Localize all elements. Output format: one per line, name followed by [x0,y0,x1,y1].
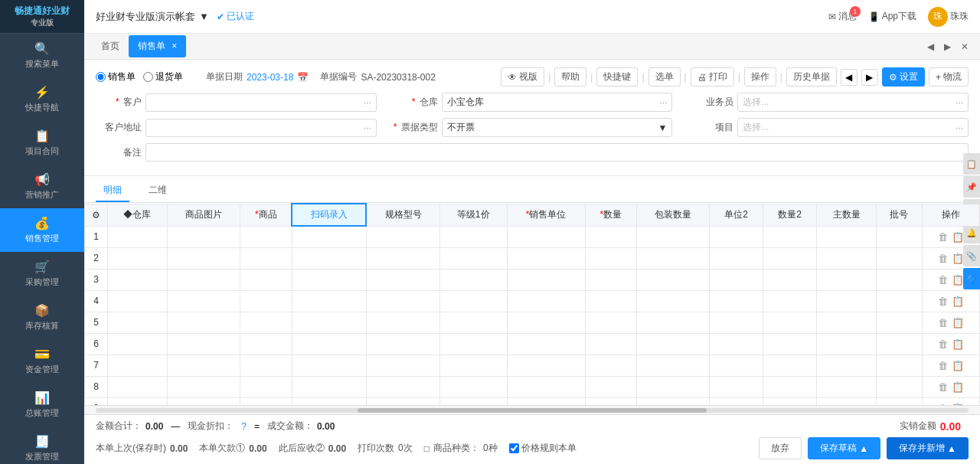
row-8-actions: 🗑📋 [929,381,973,393]
sidebar-item-sales[interactable]: 💰 销售管理 [0,208,84,252]
tab-detail[interactable]: 明细 [96,180,129,202]
app-download-button[interactable]: 📱 App下载 [868,10,916,23]
delete-icon[interactable]: 🗑 [938,338,948,350]
calendar-icon[interactable]: 📅 [297,72,309,83]
row-5-actions: 🗑📋 [929,317,973,328]
horizontal-scrollbar[interactable] [84,405,980,414]
copy-icon[interactable]: 📋 [952,231,964,243]
data-table-wrapper[interactable]: ⚙ ◆仓库 商品图片 *商品 扫码录入 规格型号 等级1价 *销售单位 *数量 … [84,203,980,405]
total-label: 金额合计： [96,420,142,433]
toolbar-history[interactable]: 历史单据 [786,67,837,87]
tab-sales[interactable]: 销售单 × [129,35,186,57]
avatar: 珠 [928,7,948,27]
toolbar-print[interactable]: 🖨打印 [691,67,734,87]
radio-sale-input[interactable] [96,72,106,82]
sidebar-item-project[interactable]: 📋 项目合同 [0,121,84,165]
company-select[interactable]: 好业财专业版演示帐套 ▼ [96,10,209,24]
col-settings[interactable]: ⚙ [85,204,108,226]
address-input[interactable]: ··· [145,119,377,137]
user-menu[interactable]: 珠 珠珠 [928,7,969,27]
topbar-left: 好业财专业版演示帐套 ▼ ✔ 已认证 [96,10,254,24]
row-7-actions: 🗑📋 [929,360,973,371]
invoice-select[interactable]: 不开票 ▼ [442,118,673,137]
remark-input[interactable] [145,143,969,162]
col-scan[interactable]: 扫码录入 [292,204,366,226]
sidebar-item-purchase[interactable]: 🛒 采购管理 [0,252,84,296]
radio-return[interactable]: 退货单 [143,70,183,83]
delete-icon[interactable]: 🗑 [938,360,948,371]
salesperson-input[interactable]: 选择... ··· [737,93,969,112]
toolbar-view[interactable]: 👁视版 [501,67,544,87]
warehouse-group: * 仓库 小宝仓库 ··· [392,93,673,112]
copy-icon[interactable]: 📋 [952,274,964,286]
delete-icon[interactable]: 🗑 [938,274,948,286]
right-panel-btn-5[interactable]: 📎 [963,245,980,266]
customer-input[interactable]: ··· [145,93,377,112]
tab-close-icon[interactable]: × [172,41,177,51]
toolbar-help[interactable]: 帮助 [554,67,586,87]
goods-button[interactable]: + 物流 [929,67,969,87]
save-draft-dropdown-icon[interactable]: ▲ [859,443,868,454]
price-rule-checkbox[interactable]: 价格规则本单 [509,442,577,455]
sidebar-item-quick[interactable]: ⚡ 快捷导航 [0,77,84,121]
right-panel-btn-2[interactable]: 📌 [963,176,980,198]
receivable-info: 此后应收② 0.00 [279,442,346,455]
sidebar-item-accounting[interactable]: 📊 总账管理 [0,383,84,426]
date-value[interactable]: 2023-03-18 [247,72,293,83]
message-button[interactable]: ✉ 消息 1 [828,10,857,23]
radio-sale[interactable]: 销售单 [96,70,136,83]
scrollbar-thumb[interactable] [358,408,707,413]
sidebar-item-marketing[interactable]: 📢 营销推广 [0,165,84,208]
abandon-button[interactable]: 放弃 [759,437,802,459]
delete-icon[interactable]: 🗑 [938,296,948,307]
sidebar-item-finance[interactable]: 💳 资金管理 [0,339,84,383]
copy-icon[interactable]: 📋 [952,381,964,393]
table-row: 6🗑📋 [85,333,980,355]
sidebar-item-inventory[interactable]: 📦 库存核算 [0,296,84,339]
copy-icon[interactable]: 📋 [952,360,964,371]
copy-icon[interactable]: 📋 [952,338,964,350]
setup-button[interactable]: ⚙ 设置 [882,67,925,87]
project-more-icon: ··· [956,123,963,133]
right-panel-btn-1[interactable]: 📋 [963,153,980,175]
radio-return-input[interactable] [143,72,153,82]
goods-type-value: 0种 [483,442,498,455]
toolbar-operation[interactable]: 操作 [744,67,776,87]
dropdown-icon: ▼ [199,11,209,22]
tab-next-icon[interactable]: ▶ [940,40,955,54]
sidebar-label-marketing: 营销推广 [25,189,59,201]
delete-icon[interactable]: 🗑 [938,231,948,243]
sidebar-item-search[interactable]: 🔍 搜索菜单 [0,34,84,77]
invoice-value: 不开票 [447,121,475,134]
toolbar-shortcut[interactable]: 快捷键 [596,67,638,87]
right-panel-btn-6[interactable]: 🔷 [963,268,980,289]
save-new-button[interactable]: 保存并新增 ▲ [887,437,969,459]
toolbar-next[interactable]: ▶ [861,69,878,86]
goods-type-icon: □ [424,443,430,454]
delete-icon[interactable]: 🗑 [938,317,948,328]
actual-amount-display: 实销金额 0.00 [900,420,961,433]
tab-close-all-icon[interactable]: ✕ [957,40,972,54]
question-icon[interactable]: ? [241,421,247,432]
sidebar-label-project: 项目合同 [25,145,59,157]
save-new-dropdown-icon[interactable]: ▲ [947,443,956,454]
copy-icon[interactable]: 📋 [952,296,964,307]
price-rule-input[interactable] [509,443,519,453]
sidebar-item-invoice[interactable]: 🧾 发票管理 [0,426,84,464]
tab-home[interactable]: 首页 [92,35,129,57]
project-input[interactable]: 选择... ··· [737,118,969,137]
tab-two-dim[interactable]: 二维 [141,180,175,202]
save-draft-button[interactable]: 保存草稿 ▲ [808,437,880,459]
copy-icon[interactable]: 📋 [952,317,964,328]
toolbar-select[interactable]: 选单 [648,67,681,87]
footer-actions: 放弃 保存草稿 ▲ 保存并新增 ▲ [759,437,969,459]
copy-icon[interactable]: 📋 [952,253,964,264]
toolbar-prev[interactable]: ◀ [841,69,858,86]
tab-prev-icon[interactable]: ◀ [923,40,938,54]
delete-icon[interactable]: 🗑 [938,381,948,393]
deal-value: 0.00 [317,421,335,432]
warehouse-input[interactable]: 小宝仓库 ··· [442,93,673,112]
delete-icon[interactable]: 🗑 [938,253,948,264]
table-row: 2🗑📋 [85,247,980,269]
order-no-value[interactable]: SA-20230318-002 [361,72,435,83]
